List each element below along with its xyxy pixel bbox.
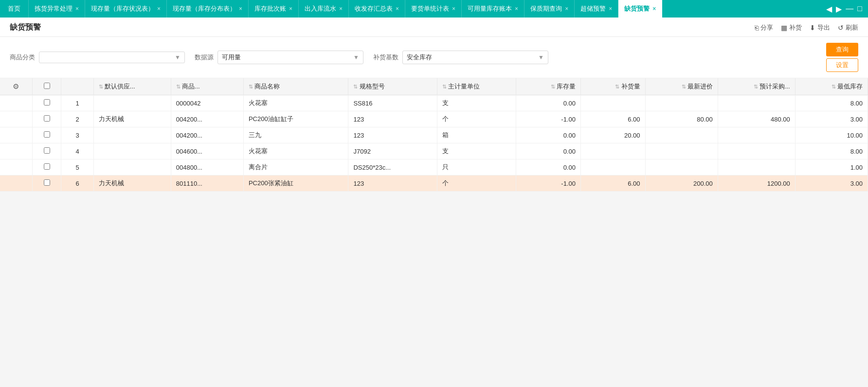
row-checkbox-cell[interactable]: [32, 95, 61, 111]
row-checkbox-cell[interactable]: [32, 143, 61, 159]
select-all-checkbox[interactable]: [44, 83, 50, 89]
nav-tab-10[interactable]: 超储预警 ×: [575, 0, 618, 18]
row-spec: 123: [348, 176, 437, 192]
th-supplier[interactable]: 默认供应...: [93, 78, 171, 95]
row-checkbox-cell[interactable]: [32, 127, 61, 143]
share-button[interactable]: ⎗ 分享: [755, 23, 773, 32]
th-unit[interactable]: 主计量单位: [437, 78, 516, 95]
nav-tab-home[interactable]: 首页: [0, 0, 29, 18]
close-tab-1[interactable]: ×: [75, 5, 79, 12]
th-settings[interactable]: ⚙: [0, 78, 32, 95]
row-spec: J7092: [348, 143, 437, 159]
nav-next-icon[interactable]: ▶: [836, 4, 842, 14]
close-tab-5[interactable]: ×: [339, 5, 343, 12]
row-minstock: 10.00: [795, 127, 868, 143]
row-unit: 支: [437, 95, 516, 111]
row-est: 1200.00: [718, 176, 795, 192]
filter-group-datasource: 数据源 可用量 ▼: [195, 51, 363, 64]
basis-arrow-icon: ▼: [538, 54, 544, 61]
row-supplier: [93, 143, 171, 159]
nav-tab-2[interactable]: 现存量（库存状况表） ×: [85, 0, 167, 18]
close-tab-6[interactable]: ×: [396, 5, 399, 12]
row-code: 004200...: [171, 111, 243, 127]
basis-select[interactable]: 安全库存 ▼: [402, 51, 548, 64]
row-unit: 个: [437, 176, 516, 192]
th-replenish[interactable]: 补货量: [580, 78, 645, 95]
row-checkbox-cell[interactable]: [32, 159, 61, 176]
row-name: PC200油缸缸子: [243, 111, 348, 127]
row-minstock: 1.00: [795, 159, 868, 176]
nav-minimize-icon[interactable]: —: [846, 4, 853, 13]
th-stock[interactable]: 库存量: [516, 78, 581, 95]
nav-tab-11[interactable]: 缺货预警 ×: [618, 0, 662, 18]
nav-tab-5[interactable]: 出入库流水 ×: [299, 0, 349, 18]
row-price: [645, 127, 718, 143]
close-tab-2[interactable]: ×: [157, 5, 161, 12]
th-name[interactable]: 商品名称: [243, 78, 348, 95]
row-minstock: 3.00: [795, 111, 868, 127]
close-tab-11[interactable]: ×: [652, 5, 656, 12]
nav-tab-3[interactable]: 现存量（库存分布表） ×: [167, 0, 249, 18]
row-name: PC200张紧油缸: [243, 176, 348, 192]
nav-tab-4[interactable]: 库存批次账 ×: [249, 0, 299, 18]
category-label: 商品分类: [10, 53, 35, 62]
row-checkbox-cell[interactable]: [32, 176, 61, 192]
settings-button[interactable]: 设置: [826, 58, 858, 72]
nav-tab-9[interactable]: 保质期查询 ×: [524, 0, 575, 18]
replenish-button[interactable]: ▦ 补货: [781, 23, 802, 32]
nav-maximize-icon[interactable]: □: [857, 4, 862, 13]
row-settings-cell: [0, 111, 32, 127]
export-button[interactable]: ⬇ 导出: [810, 23, 830, 32]
th-minstock[interactable]: 最低库存: [795, 78, 868, 95]
row-code: 801110...: [171, 176, 243, 192]
export-icon: ⬇: [810, 24, 815, 32]
datasource-value: 可用量: [222, 53, 241, 62]
row-minstock: 8.00: [795, 143, 868, 159]
th-est[interactable]: 预计采购...: [718, 78, 795, 95]
row-checkbox[interactable]: [44, 147, 50, 154]
row-code: 004200...: [171, 127, 243, 143]
row-settings-cell: [0, 95, 32, 111]
table-row: 1 0000042 火花塞 SS816 支 0.00 8.00: [0, 95, 868, 111]
row-stock: 0.00: [516, 127, 581, 143]
row-stock: 0.00: [516, 143, 581, 159]
row-settings-cell: [0, 176, 32, 192]
close-tab-8[interactable]: ×: [515, 5, 518, 12]
refresh-button[interactable]: ↺ 刷新: [838, 23, 858, 32]
nav-tab-7[interactable]: 要货单统计表 ×: [405, 0, 462, 18]
datasource-select[interactable]: 可用量 ▼: [217, 51, 363, 64]
row-no: 3: [61, 127, 93, 143]
category-select[interactable]: ▼: [39, 52, 185, 63]
nav-prev-icon[interactable]: ◀: [826, 4, 832, 14]
refresh-icon: ↺: [838, 24, 844, 32]
th-price[interactable]: 最新进价: [645, 78, 718, 95]
row-checkbox[interactable]: [44, 115, 50, 122]
th-code[interactable]: 商品...: [171, 78, 243, 95]
query-button[interactable]: 查询: [826, 43, 858, 56]
nav-tab-1[interactable]: 拣货异常处理 ×: [29, 0, 85, 18]
nav-tab-6[interactable]: 收发存汇总表 ×: [349, 0, 405, 18]
close-tab-10[interactable]: ×: [609, 5, 612, 12]
row-checkbox[interactable]: [44, 163, 50, 170]
filter-actions: 查询 设置: [826, 43, 858, 72]
close-tab-9[interactable]: ×: [565, 5, 568, 12]
th-no: [61, 78, 93, 95]
gear-icon[interactable]: ⚙: [13, 82, 19, 90]
row-checkbox[interactable]: [44, 99, 50, 106]
row-checkbox[interactable]: [44, 179, 50, 186]
row-no: 2: [61, 111, 93, 127]
row-checkbox-cell[interactable]: [32, 111, 61, 127]
nav-tab-8[interactable]: 可用量库存账本 ×: [462, 0, 524, 18]
row-price: 200.00: [645, 176, 718, 192]
row-supplier: [93, 95, 171, 111]
close-tab-7[interactable]: ×: [452, 5, 455, 12]
close-tab-3[interactable]: ×: [239, 5, 242, 12]
row-stock: -1.00: [516, 176, 581, 192]
row-code: 0000042: [171, 95, 243, 111]
close-tab-4[interactable]: ×: [289, 5, 292, 12]
row-checkbox[interactable]: [44, 131, 50, 138]
row-stock: -1.00: [516, 111, 581, 127]
th-spec[interactable]: 规格型号: [348, 78, 437, 95]
data-table: ⚙ 默认供应... 商品... 商品名称 规格型号 主计量单位 库存量 补货量 …: [0, 78, 868, 192]
basis-label: 补货基数: [373, 53, 398, 62]
